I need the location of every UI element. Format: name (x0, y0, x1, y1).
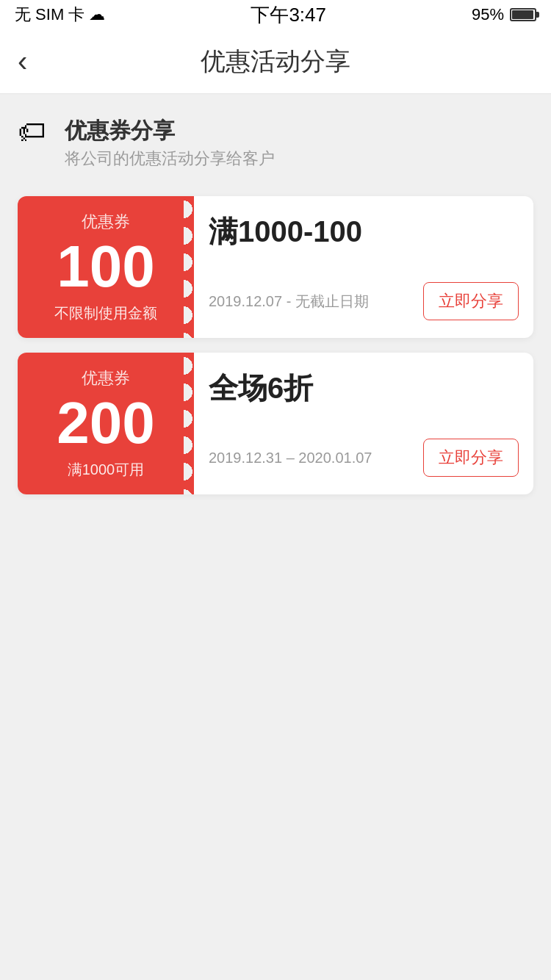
battery-icon (510, 8, 536, 21)
battery-fill (512, 10, 533, 19)
status-bar: 无 SIM 卡 ☁ 下午3:47 95% (0, 0, 551, 29)
coupon-date-0: 2019.12.07 - 无截止日期 (209, 292, 369, 311)
section-text: 优惠券分享 将公司的优惠活动分享给客户 (65, 116, 275, 170)
share-button-1[interactable]: 立即分享 (423, 439, 519, 477)
section-header: 🏷 优惠券分享 将公司的优惠活动分享给客户 (0, 94, 551, 181)
share-button-0[interactable]: 立即分享 (423, 282, 519, 320)
coupon-bottom-0: 2019.12.07 - 无截止日期 立即分享 (209, 282, 519, 320)
coupon-condition-1: 满1000可用 (68, 460, 145, 480)
coupon-left-1: 优惠券 200 满1000可用 (18, 353, 194, 494)
status-time: 下午3:47 (251, 2, 326, 28)
coupon-title-0: 满1000-100 (209, 214, 519, 249)
coupon-amount-0: 100 (57, 237, 154, 296)
coupon-amount-1: 200 (57, 394, 154, 453)
section-title: 优惠券分享 (65, 116, 275, 145)
status-right: 95% (472, 5, 536, 24)
status-left: 无 SIM 卡 ☁ (15, 4, 105, 26)
coupon-condition-0: 不限制使用金额 (54, 303, 157, 323)
section-subtitle: 将公司的优惠活动分享给客户 (65, 148, 275, 170)
coupon-card: 优惠券 200 满1000可用 全场6折 2019.12.31 – 2020.0… (18, 353, 533, 494)
section-icon: 🏷 (18, 116, 53, 151)
coupon-list: 优惠券 100 不限制使用金额 满1000-100 2019.12.07 - 无… (0, 181, 551, 509)
coupon-date-1: 2019.12.31 – 2020.01.07 (209, 450, 372, 466)
coupon-right-0: 满1000-100 2019.12.07 - 无截止日期 立即分享 (194, 196, 533, 338)
battery-percent: 95% (472, 5, 504, 24)
nav-bar: ‹ 优惠活动分享 (0, 29, 551, 94)
gray-fill (0, 509, 551, 876)
coupon-bottom-1: 2019.12.31 – 2020.01.07 立即分享 (209, 439, 519, 477)
coupon-title-1: 全场6折 (209, 370, 519, 406)
coupon-label-0: 优惠券 (82, 211, 130, 233)
coupon-label-1: 优惠券 (82, 367, 130, 389)
back-button[interactable]: ‹ (18, 45, 27, 78)
coupon-card: 优惠券 100 不限制使用金额 满1000-100 2019.12.07 - 无… (18, 196, 533, 338)
coupon-right-1: 全场6折 2019.12.31 – 2020.01.07 立即分享 (194, 353, 533, 494)
coupon-left-0: 优惠券 100 不限制使用金额 (18, 196, 194, 338)
nav-title: 优惠活动分享 (201, 45, 350, 79)
sim-label: 无 SIM 卡 ☁ (15, 4, 105, 26)
